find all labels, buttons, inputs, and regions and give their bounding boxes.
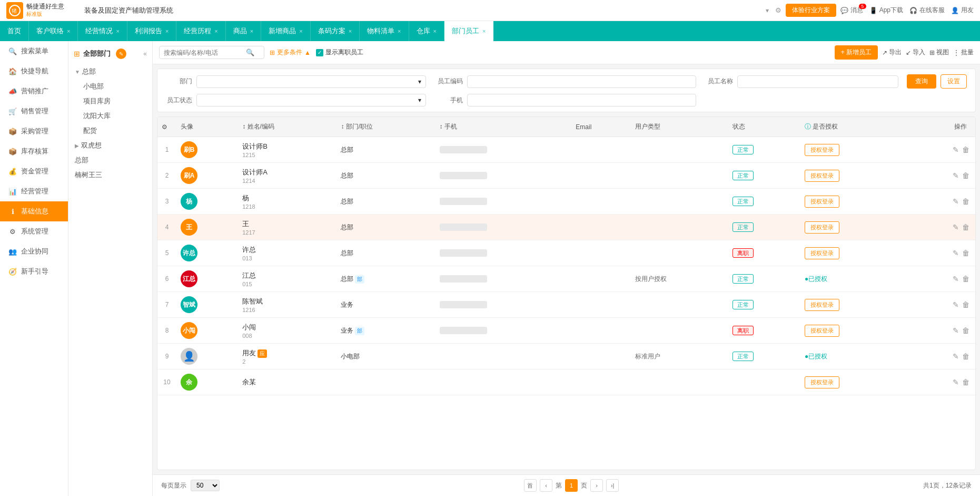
- nav-tab-3[interactable]: 利润报告×: [127, 21, 176, 41]
- auth-login-button[interactable]: 授权登录: [805, 299, 839, 311]
- nav-tab-close-4[interactable]: ×: [214, 28, 217, 34]
- sidebar-item-基础信息[interactable]: ℹ基础信息: [0, 201, 68, 221]
- delete-icon[interactable]: 🗑: [962, 171, 969, 180]
- auth-login-button[interactable]: 授权登录: [805, 325, 839, 337]
- edit-icon[interactable]: ✎: [953, 352, 959, 361]
- export-button[interactable]: ↗ 导出: [882, 48, 902, 57]
- system-dropdown-btn[interactable]: ▾: [766, 7, 769, 14]
- edit-icon[interactable]: ✎: [953, 145, 959, 154]
- delete-icon[interactable]: 🗑: [962, 197, 969, 206]
- nav-tab-10[interactable]: 部门员工×: [444, 21, 493, 41]
- col-settings-icon[interactable]: ⚙: [157, 117, 176, 137]
- auth-login-button[interactable]: 授权登录: [805, 376, 839, 388]
- add-employee-button[interactable]: + 新增员工: [835, 45, 878, 60]
- edit-icon[interactable]: ✎: [953, 300, 959, 309]
- sidebar-item-快捷导航[interactable]: 🏠快捷导航: [0, 61, 68, 81]
- view-button[interactable]: ⊞ 视图: [929, 48, 949, 57]
- delete-icon[interactable]: 🗑: [962, 378, 969, 386]
- emp-code-input[interactable]: [467, 75, 697, 88]
- search-input-wrap[interactable]: 🔍: [159, 46, 264, 59]
- col-name[interactable]: ↕ 姓名/编码: [238, 117, 336, 137]
- prev-page-btn[interactable]: ‹: [540, 479, 552, 492]
- nav-tab-5[interactable]: 商品×: [226, 21, 261, 41]
- nav-tab-close-8[interactable]: ×: [398, 28, 401, 34]
- delete-icon[interactable]: 🗑: [962, 326, 969, 335]
- nav-tab-close-9[interactable]: ×: [433, 28, 437, 34]
- nav-tab-close-6[interactable]: ×: [299, 28, 302, 34]
- col-dept[interactable]: ↕ 部门/职位: [336, 117, 435, 137]
- nav-tab-close-5[interactable]: ×: [250, 28, 253, 34]
- nav-tab-close-2[interactable]: ×: [116, 28, 119, 34]
- auth-login-button[interactable]: 授权登录: [805, 247, 839, 259]
- dept-item-7[interactable]: 楠树王三: [68, 168, 152, 182]
- last-page-btn[interactable]: ›|: [606, 479, 619, 492]
- nav-tab-6[interactable]: 新增商品×: [261, 21, 310, 41]
- nav-tab-close-7[interactable]: ×: [349, 28, 352, 34]
- status-select[interactable]: ▾: [196, 94, 426, 106]
- delete-icon[interactable]: 🗑: [962, 223, 969, 231]
- col-phone[interactable]: ↕ 手机: [435, 117, 572, 137]
- sidebar-item-库存核算[interactable]: 📦库存核算: [0, 141, 68, 161]
- nav-tab-0[interactable]: 首页: [0, 21, 29, 41]
- settings-icon[interactable]: ⚙: [775, 6, 781, 14]
- dept-select[interactable]: ▾: [196, 75, 426, 88]
- nav-tab-8[interactable]: 物料清单×: [360, 21, 409, 41]
- online-service-button[interactable]: 🎧 在线客服: [909, 6, 945, 15]
- trial-button[interactable]: 体验行业方案: [786, 4, 836, 17]
- delete-icon[interactable]: 🗑: [962, 352, 969, 361]
- emp-name-input[interactable]: [737, 75, 898, 88]
- edit-icon[interactable]: ✎: [953, 171, 959, 180]
- set-button[interactable]: 设置: [941, 74, 967, 89]
- edit-icon[interactable]: ✎: [953, 249, 959, 257]
- nav-tab-4[interactable]: 经营历程×: [176, 21, 225, 41]
- delete-icon[interactable]: 🗑: [962, 300, 969, 309]
- next-page-btn[interactable]: ›: [590, 479, 603, 492]
- auth-login-button[interactable]: 授权登录: [805, 170, 839, 182]
- dept-item-0[interactable]: ▼ 总部: [68, 64, 152, 79]
- nav-tab-9[interactable]: 仓库×: [409, 21, 444, 41]
- sidebar-item-经营管理[interactable]: 📊经营管理: [0, 181, 68, 201]
- page-size-select[interactable]: 50 100: [191, 480, 220, 491]
- sidebar-item-搜索菜单[interactable]: 🔍搜索菜单: [0, 41, 68, 61]
- edit-icon[interactable]: ✎: [953, 197, 959, 206]
- delete-icon[interactable]: 🗑: [962, 275, 969, 283]
- phone-input[interactable]: [467, 94, 697, 106]
- delete-icon[interactable]: 🗑: [962, 249, 969, 257]
- auth-login-button[interactable]: 授权登录: [805, 196, 839, 208]
- batch-button[interactable]: ⋮ 批量: [953, 48, 974, 57]
- delete-icon[interactable]: 🗑: [962, 145, 969, 154]
- nav-tab-7[interactable]: 条码方案×: [311, 21, 360, 41]
- sidebar-item-销售管理[interactable]: 🛒销售管理: [0, 101, 68, 121]
- auth-login-button[interactable]: 授权登录: [805, 144, 839, 156]
- dept-item-4[interactable]: 配货: [68, 123, 152, 138]
- dept-item-2[interactable]: 项目库房: [68, 94, 152, 109]
- first-page-btn[interactable]: 首: [524, 479, 537, 492]
- collapse-panel-btn[interactable]: «: [143, 50, 147, 57]
- nav-tab-close-1[interactable]: ×: [67, 28, 70, 34]
- nav-tab-close-10[interactable]: ×: [482, 28, 486, 34]
- import-button[interactable]: ↙ 导入: [906, 48, 925, 57]
- dept-item-5[interactable]: ▶ 双虎想: [68, 138, 152, 153]
- sidebar-item-资金管理[interactable]: 💰资金管理: [0, 161, 68, 181]
- sidebar-item-营销推广[interactable]: 📣营销推广: [0, 81, 68, 101]
- current-page-btn[interactable]: 1: [565, 479, 578, 492]
- edit-icon[interactable]: ✎: [953, 326, 959, 335]
- sidebar-item-新手引导[interactable]: 🧭新手引导: [0, 261, 68, 281]
- edit-icon[interactable]: ✎: [953, 378, 959, 386]
- search-input[interactable]: [164, 49, 243, 56]
- edit-icon[interactable]: ✎: [953, 223, 959, 231]
- user-button[interactable]: 👤 用友: [951, 6, 974, 15]
- query-button[interactable]: 查询: [907, 74, 936, 89]
- nav-tab-2[interactable]: 经营情况×: [78, 21, 127, 41]
- sidebar-item-采购管理[interactable]: 📦采购管理: [0, 121, 68, 141]
- nav-tab-close-3[interactable]: ×: [165, 28, 169, 34]
- show-past-checkbox[interactable]: ✓ 显示离职员工: [316, 48, 363, 57]
- auth-login-button[interactable]: 授权登录: [805, 221, 839, 234]
- message-button[interactable]: 💬 消息 5: [840, 6, 863, 15]
- app-download-button[interactable]: 📱 App下载: [869, 6, 903, 15]
- edit-dept-btn[interactable]: ✎: [116, 48, 126, 59]
- nav-tab-1[interactable]: 客户联络×: [29, 21, 78, 41]
- more-filter-btn[interactable]: ⊞ 更多条件 ▲: [270, 48, 311, 57]
- dept-item-6[interactable]: 总部: [68, 153, 152, 168]
- sidebar-item-企业协同[interactable]: 👥企业协同: [0, 241, 68, 261]
